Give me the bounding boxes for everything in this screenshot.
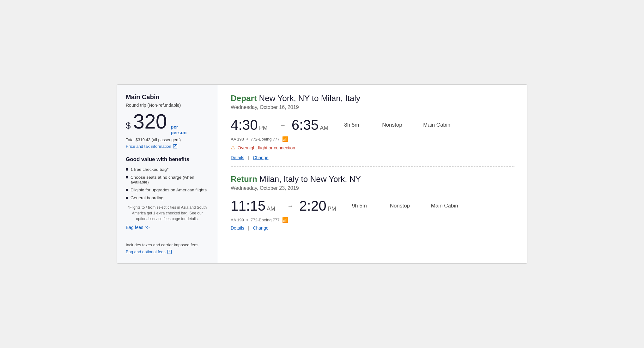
round-trip-label: Round trip (Non-refundable) — [126, 103, 209, 108]
benefit-item: Eligible for upgrades on American flight… — [126, 188, 209, 192]
cabin-title: Main Cabin — [126, 93, 209, 101]
depart-duration: 8h 5m — [344, 122, 373, 128]
benefit-item: General boarding — [126, 195, 209, 200]
external-link-icon — [173, 144, 177, 148]
right-panel: Depart New York, NY to Milan, Italy Wedn… — [218, 85, 527, 263]
main-container: Main Cabin Round trip (Non-refundable) $… — [117, 84, 527, 264]
includes-text: Includes taxes and carrier imposed fees. — [126, 243, 209, 247]
return-duration: 9h 5m — [352, 203, 380, 209]
return-heading: Return Milan, Italy to New York, NY — [231, 174, 514, 184]
return-arrow-icon: → — [287, 202, 294, 210]
arrive-time: 6:35AM — [292, 117, 335, 133]
return-heading-rest: Milan, Italy to New York, NY — [257, 174, 361, 184]
left-panel: Main Cabin Round trip (Non-refundable) $… — [117, 85, 218, 263]
depart-time: 4:30PM — [231, 117, 274, 133]
return-section: Return Milan, Italy to New York, NY Wedn… — [231, 166, 514, 231]
price-tax-link[interactable]: Price and tax information — [126, 144, 177, 149]
depart-heading: Depart New York, NY to Milan, Italy — [231, 93, 514, 103]
footnote: *Flights to / from select cities in Asia… — [126, 205, 209, 222]
return-info-row: AA 199 772-Boeing 777 📶 — [231, 217, 514, 223]
depart-cabin: Main Cabin — [423, 122, 450, 128]
return-links-row: Details | Change — [231, 225, 514, 231]
depart-date: Wednesday, October 16, 2019 — [231, 105, 514, 110]
benefits-list: 1 free checked bag* Choose seats at no c… — [126, 167, 209, 200]
bag-optional-link[interactable]: Bag and optional fees — [126, 249, 172, 254]
depart-links-row: Details | Change — [231, 155, 514, 160]
depart-change-button[interactable]: Change — [253, 155, 268, 160]
left-footer: Includes taxes and carrier imposed fees.… — [126, 243, 209, 255]
depart-flight-number: AA 198 — [231, 137, 244, 141]
dot-separator — [246, 138, 248, 140]
bullet-icon — [126, 189, 128, 191]
bullet-icon — [126, 197, 128, 199]
external-link-icon — [167, 250, 172, 254]
depart-nonstop: Nonstop — [382, 122, 414, 128]
bullet-icon — [126, 168, 128, 171]
return-arrive-time: 2:20PM — [299, 198, 343, 214]
return-word: Return — [231, 174, 257, 184]
return-flight-number: AA 199 — [231, 218, 244, 222]
benefit-item: 1 free checked bag* — [126, 167, 209, 172]
price-amount: 320 — [133, 111, 167, 132]
depart-aircraft: 772-Boeing 777 — [251, 137, 280, 141]
return-aircraft: 772-Boeing 777 — [251, 218, 280, 222]
benefit-item: Choose seats at no charge (when availabl… — [126, 175, 209, 184]
pipe-separator: | — [248, 225, 249, 231]
return-details-button[interactable]: Details — [231, 225, 244, 231]
depart-section: Depart New York, NY to Milan, Italy Wedn… — [231, 93, 514, 160]
return-date: Wednesday, October 23, 2019 — [231, 185, 514, 191]
return-flight-row: 11:15AM → 2:20PM 9h 5m Nonstop Main Cabi… — [231, 198, 514, 214]
return-cabin: Main Cabin — [431, 203, 458, 209]
return-depart-time: 11:15AM — [231, 198, 282, 214]
depart-word: Depart — [231, 93, 257, 103]
price-row: $ 320 perperson — [126, 111, 209, 135]
warning-text: Overnight flight or connection — [238, 145, 295, 150]
depart-info-row: AA 198 772-Boeing 777 📶 — [231, 136, 514, 142]
return-change-button[interactable]: Change — [253, 225, 268, 231]
dollar-sign: $ — [126, 121, 131, 130]
warning-triangle-icon: ⚠ — [231, 145, 235, 151]
bag-fees-link[interactable]: Bag fees >> — [126, 225, 209, 230]
bullet-icon — [126, 176, 128, 178]
wifi-icon: 📶 — [282, 217, 289, 223]
pipe-separator: | — [248, 155, 249, 160]
dot-separator — [246, 219, 248, 221]
wifi-icon: 📶 — [282, 136, 289, 142]
depart-details-button[interactable]: Details — [231, 155, 244, 160]
return-nonstop: Nonstop — [390, 203, 422, 209]
arrow-icon: → — [280, 122, 286, 129]
depart-heading-rest: New York, NY to Milan, Italy — [257, 93, 360, 103]
benefits-title: Good value with benefits — [126, 156, 209, 163]
total-price: Total $319.43 (all passengers) — [126, 137, 209, 142]
depart-warning-row: ⚠ Overnight flight or connection — [231, 145, 514, 151]
depart-flight-row: 4:30PM → 6:35AM 8h 5m Nonstop Main Cabin — [231, 117, 514, 133]
per-person: perperson — [171, 124, 186, 135]
